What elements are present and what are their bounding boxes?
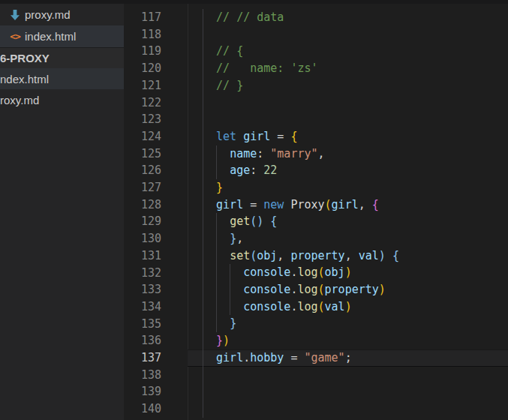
explorer-item-proxy-md[interactable]: roxy.md bbox=[0, 89, 124, 110]
line-number[interactable]: 130 bbox=[124, 230, 161, 248]
code-text: // { bbox=[203, 44, 243, 58]
line-number[interactable]: 140 bbox=[124, 400, 161, 418]
code-text: age: 22 bbox=[203, 164, 277, 177]
code-line[interactable]: console.log(obj) bbox=[203, 264, 508, 281]
code-text: } bbox=[203, 181, 223, 194]
indent-guide bbox=[203, 366, 203, 383]
line-number[interactable]: 122 bbox=[124, 94, 161, 112]
open-editor-item-index-html[interactable]: <> index.html bbox=[0, 26, 124, 47]
line-number[interactable]: 126 bbox=[124, 162, 161, 179]
code-text: console.log(property) bbox=[203, 283, 386, 296]
line-number[interactable]: 118 bbox=[124, 26, 161, 44]
code-line[interactable] bbox=[203, 400, 508, 418]
line-number[interactable]: 123 bbox=[124, 111, 161, 128]
code-line[interactable]: }) bbox=[203, 332, 508, 350]
code-line[interactable]: get() { bbox=[203, 213, 508, 230]
code-text: }) bbox=[203, 334, 230, 347]
code-line[interactable] bbox=[203, 94, 508, 111]
html-icon: <> bbox=[6, 31, 24, 42]
code-line[interactable]: } bbox=[203, 179, 508, 196]
code-line[interactable] bbox=[203, 366, 508, 383]
line-number[interactable]: 134 bbox=[124, 298, 161, 316]
code-text: let girl = { bbox=[203, 130, 297, 143]
line-number-gutter: 1171181191201211221231241251261271281291… bbox=[124, 9, 161, 418]
code-text: } bbox=[203, 316, 236, 330]
indent-guide bbox=[203, 94, 203, 111]
line-number[interactable]: 128 bbox=[124, 196, 161, 214]
code-text: girl = new Proxy(girl, { bbox=[203, 198, 379, 212]
code-line[interactable]: console.log(property) bbox=[203, 281, 508, 298]
open-editor-item-proxy-md[interactable]: proxy.md bbox=[0, 4, 124, 26]
code-text: // // data bbox=[203, 10, 284, 24]
file-label: index.html bbox=[25, 30, 76, 43]
line-number[interactable]: 131 bbox=[124, 248, 161, 265]
code-line[interactable]: // // data bbox=[203, 9, 508, 26]
code-line[interactable] bbox=[203, 26, 508, 44]
code-line[interactable]: // } bbox=[203, 77, 508, 94]
code-line[interactable]: } bbox=[203, 315, 508, 332]
line-number[interactable]: 121 bbox=[124, 77, 161, 94]
code-line[interactable]: girl.hobby = "game"; bbox=[203, 350, 508, 367]
indent-guide bbox=[203, 111, 203, 128]
line-number[interactable]: 117 bbox=[124, 9, 161, 26]
code-line[interactable]: set(obj, property, val) { bbox=[203, 248, 508, 265]
cropped-top-bar bbox=[0, 0, 508, 4]
line-number[interactable]: 119 bbox=[124, 43, 161, 60]
line-number[interactable]: 138 bbox=[124, 367, 161, 384]
code-text: set(obj, property, val) { bbox=[203, 249, 399, 262]
code-text: }, bbox=[203, 232, 243, 245]
code-line[interactable]: }, bbox=[203, 230, 508, 248]
line-number[interactable]: 136 bbox=[124, 332, 161, 350]
file-label: proxy.md bbox=[25, 8, 71, 21]
code-text: girl.hobby = "game"; bbox=[203, 351, 352, 364]
explorer-item-index-html[interactable]: ndex.html bbox=[0, 68, 124, 89]
code-line[interactable]: let girl = { bbox=[203, 128, 508, 146]
code-editor[interactable]: 1171181191201211221231241251261271281291… bbox=[124, 0, 508, 420]
code-text: console.log(val) bbox=[203, 300, 352, 314]
code-line[interactable] bbox=[203, 383, 508, 400]
indent-guide bbox=[203, 383, 203, 400]
code-text: console.log(obj) bbox=[203, 266, 352, 279]
file-label: ndex.html bbox=[0, 73, 49, 86]
code-line[interactable]: // { bbox=[203, 43, 508, 60]
code-line[interactable]: girl = new Proxy(girl, { bbox=[203, 196, 508, 214]
code-line[interactable]: name: "marry", bbox=[203, 146, 508, 163]
section-label: 6-PROXY bbox=[0, 52, 50, 64]
line-number[interactable]: 132 bbox=[124, 265, 161, 282]
line-number[interactable]: 125 bbox=[124, 146, 161, 163]
code-content: // // data // { // name: 'zs' // } let g… bbox=[203, 9, 508, 418]
line-number[interactable]: 120 bbox=[124, 60, 161, 77]
line-number[interactable]: 133 bbox=[124, 281, 161, 298]
indent-guide bbox=[203, 400, 203, 418]
code-text: // name: 'zs' bbox=[203, 62, 318, 75]
line-number[interactable]: 124 bbox=[124, 128, 161, 146]
file-label: roxy.md bbox=[0, 94, 39, 106]
line-number[interactable]: 135 bbox=[124, 316, 161, 333]
code-line[interactable]: console.log(val) bbox=[203, 298, 508, 316]
indent-guide bbox=[203, 26, 203, 44]
code-text: get() { bbox=[203, 214, 277, 228]
explorer-section-header[interactable]: 6-PROXY bbox=[0, 47, 124, 68]
line-number[interactable]: 137 bbox=[124, 350, 161, 367]
line-number[interactable]: 129 bbox=[124, 213, 161, 230]
code-text: name: "marry", bbox=[203, 147, 325, 160]
code-line[interactable] bbox=[203, 111, 508, 128]
code-text: // } bbox=[203, 79, 243, 92]
code-line[interactable]: // name: 'zs' bbox=[203, 60, 508, 77]
code-line[interactable]: age: 22 bbox=[203, 162, 508, 179]
markdown-icon bbox=[6, 9, 24, 21]
line-number[interactable]: 127 bbox=[124, 179, 161, 196]
line-number[interactable]: 139 bbox=[124, 383, 161, 400]
explorer-sidebar: proxy.md <> index.html 6-PROXY ndex.html… bbox=[0, 0, 124, 420]
